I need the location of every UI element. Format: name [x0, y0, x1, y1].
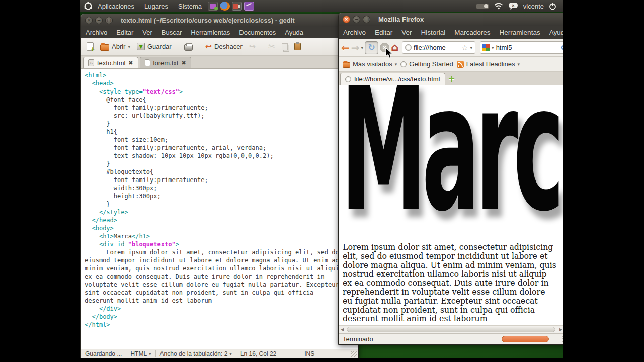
url-dropdown-icon[interactable]: ▾ — [470, 45, 473, 50]
top-panel: Aplicaciones Lugares Sistema × vice — [80, 0, 564, 12]
gedit-minimize-button[interactable]: − — [95, 17, 103, 24]
firefox-statusbar: Terminado — [339, 333, 564, 344]
firefox-minimize-button[interactable]: − — [353, 16, 360, 23]
tab-favicon — [345, 76, 351, 82]
code-line: src: url(babykruffy.ttf); — [85, 112, 358, 120]
resize-grip[interactable] — [351, 351, 357, 357]
video-player-launcher-icon[interactable] — [232, 2, 242, 11]
gedit-menu-documentos[interactable]: Documentos — [234, 27, 280, 38]
gedit-menu-editar[interactable]: Editar — [112, 27, 138, 38]
scroll-right-icon[interactable]: ▶ — [557, 327, 564, 332]
firefox-maximize-button[interactable]: ▢ — [363, 16, 370, 23]
wifi-indicator-icon[interactable] — [494, 3, 503, 10]
gedit-menu-ver[interactable]: Ver — [138, 27, 157, 38]
ff-menu-archivo[interactable]: Archivo — [339, 27, 370, 38]
code-line: </head> — [85, 216, 358, 224]
firefox-window: × − ▢ Mozilla Firefox Archivo Editar Ver… — [338, 13, 564, 345]
bookmark-mas-visitados[interactable]: Más visitados ▾ — [343, 60, 397, 68]
folder-icon — [343, 62, 350, 68]
gedit-menu-herramientas[interactable]: Herramientas — [186, 27, 234, 38]
menu-sistema[interactable]: Sistema — [173, 0, 207, 12]
search-text[interactable]: html5 — [496, 44, 512, 51]
code-line: #bloquetexto{ — [85, 168, 358, 176]
text-file-icon — [145, 59, 150, 66]
undo-button[interactable]: ↩ Deshacer — [203, 41, 245, 52]
gedit-code[interactable]: <html> <head> <style type="text/css"> @f… — [81, 69, 358, 349]
horizontal-scrollbar-thumb[interactable] — [347, 327, 555, 332]
search-bar[interactable]: ▾ html5 — [480, 41, 564, 54]
bookmark-getting-started[interactable]: Getting Started — [400, 60, 453, 68]
chevron-down-icon: ▾ — [229, 351, 232, 356]
redo-button[interactable]: ↪ — [247, 41, 258, 52]
reload-button[interactable]: ↻ — [365, 41, 378, 54]
tab-close-icon[interactable]: ✖ — [128, 60, 133, 66]
forward-button[interactable]: → — [351, 43, 360, 53]
gedit-menu-ayuda[interactable]: Ayuda — [280, 27, 308, 38]
firefox-tab[interactable]: file:///home/vi.../css/texto.html — [340, 73, 445, 85]
gedit-menu-archivo[interactable]: Archivo — [81, 27, 112, 38]
editor-launcher-icon[interactable] — [244, 2, 254, 11]
tab-texto-html[interactable]: /> texto.html ✖ — [83, 57, 138, 68]
status-bubble-icon[interactable]: × — [508, 2, 518, 10]
gedit-maximize-button[interactable]: ▢ — [105, 17, 113, 24]
language-selector[interactable]: HTML▾ — [126, 349, 155, 358]
ff-menu-ver[interactable]: Ver — [397, 27, 416, 38]
nav-history-chevron-icon[interactable]: ▾ — [361, 45, 364, 50]
firefox-close-button[interactable]: × — [343, 16, 350, 23]
horizontal-scrollbar[interactable]: ◀ ▶ — [339, 325, 564, 333]
scroll-left-icon[interactable]: ◀ — [339, 327, 346, 332]
gedit-close-button[interactable]: × — [85, 17, 93, 24]
back-button[interactable]: ← — [341, 43, 350, 53]
code-line: deserunt mollit anim id est laborum — [85, 297, 358, 305]
code-line: font-size:10em; — [85, 136, 358, 144]
firefox-launcher-icon[interactable] — [220, 2, 230, 11]
ff-menu-marcadores[interactable]: Marcadores — [450, 27, 495, 38]
tab-lorem-txt[interactable]: lorem.txt ✖ — [140, 57, 191, 68]
print-icon — [184, 44, 193, 51]
url-text[interactable]: file:///home — [414, 44, 446, 51]
code-line: } — [85, 200, 358, 208]
open-button[interactable]: Abrir ▾ — [98, 41, 133, 52]
code-line: <head> — [85, 79, 358, 87]
firefox-window-title: Mozilla Firefox — [378, 16, 424, 23]
new-document-icon: + — [87, 42, 94, 51]
tab-width-selector[interactable]: Ancho de la tabulación: 2▾ — [156, 349, 236, 358]
search-magnifier-icon[interactable] — [561, 45, 564, 50]
remote-desktop-launcher-icon[interactable] — [208, 2, 218, 11]
page-paragraph: Lorem ipsum dolor sit amet, consectetur … — [343, 243, 557, 323]
menu-aplicaciones[interactable]: Aplicaciones — [93, 0, 139, 12]
code-line: width:300px; — [85, 184, 358, 192]
menu-lugares[interactable]: Lugares — [139, 0, 173, 12]
ff-menu-herramientas[interactable]: Herramientas — [495, 27, 545, 38]
user-menu[interactable]: vicente — [523, 3, 544, 10]
new-document-button[interactable]: + — [84, 41, 96, 52]
page-favicon — [405, 44, 412, 51]
bookmark-star-icon[interactable]: ☆ — [461, 43, 468, 52]
chevron-down-icon: ▾ — [395, 62, 397, 67]
gedit-window: × − ▢ texto.html (~/Escritorio/curso web… — [80, 14, 359, 358]
search-engine-chevron-icon[interactable]: ▾ — [492, 45, 494, 50]
new-tab-button[interactable]: + — [448, 75, 455, 83]
brightness-indicator-icon[interactable] — [476, 4, 489, 9]
tab-close-icon[interactable]: ✖ — [181, 60, 186, 66]
firefox-menubar: Archivo Editar Ver Historial Marcadores … — [339, 26, 564, 39]
url-bar[interactable]: file:///home ☆ ▾ — [402, 41, 475, 54]
print-button[interactable] — [182, 41, 195, 52]
ff-menu-historial[interactable]: Historial — [417, 27, 450, 38]
gedit-titlebar[interactable]: × − ▢ texto.html (~/Escritorio/curso web… — [81, 14, 358, 27]
gedit-menu-buscar[interactable]: Buscar — [157, 27, 186, 38]
bookmark-latest-headlines[interactable]: Latest Headlines ▾ — [457, 60, 520, 68]
ff-menu-ayuda[interactable]: Ayuda — [545, 27, 564, 38]
rendered-page[interactable]: Marca Lorem ipsum dolor sit amet, consec… — [339, 85, 564, 325]
resize-grip[interactable] — [562, 336, 564, 342]
code-line: eiusmod tempor incididunt ut labore et d… — [85, 256, 358, 264]
ubuntu-logo-icon[interactable] — [84, 2, 93, 11]
paste-button[interactable] — [292, 41, 303, 52]
code-line: height:300px; — [85, 192, 358, 200]
save-button[interactable]: ▼ Guardar — [134, 41, 174, 52]
power-icon[interactable] — [549, 3, 556, 10]
cut-button[interactable]: ✂ — [266, 41, 277, 52]
ff-menu-editar[interactable]: Editar — [370, 27, 397, 38]
firefox-titlebar[interactable]: × − ▢ Mozilla Firefox — [339, 13, 564, 26]
copy-button[interactable] — [279, 42, 290, 52]
